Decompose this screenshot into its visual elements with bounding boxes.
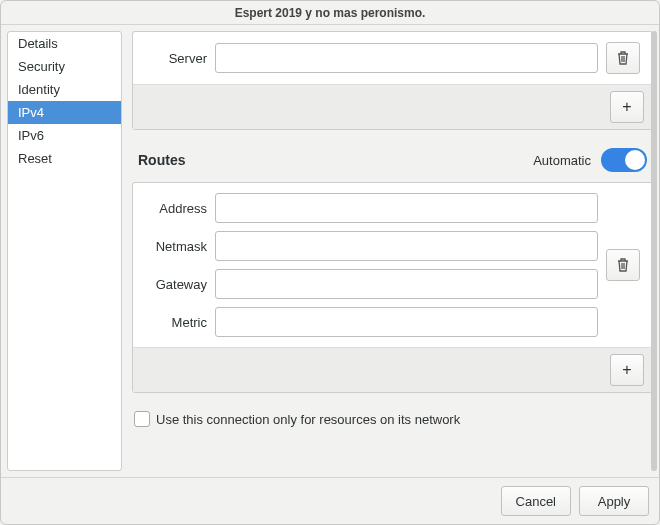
- sidebar-item-reset[interactable]: Reset: [8, 147, 121, 170]
- sidebar-item-details[interactable]: Details: [8, 32, 121, 55]
- dns-server-row: Server: [133, 32, 652, 84]
- plus-icon: +: [622, 99, 631, 115]
- routes-automatic-label: Automatic: [533, 153, 591, 168]
- routes-header: Routes Automatic: [132, 144, 653, 182]
- route-gateway-input[interactable]: [215, 269, 598, 299]
- route-gateway-label: Gateway: [145, 277, 207, 292]
- route-netmask-label: Netmask: [145, 239, 207, 254]
- window-title: Espert 2019 y no mas peronismo.: [1, 1, 659, 25]
- dns-add-button[interactable]: +: [610, 91, 644, 123]
- content-pane: Server + Routes Automat: [122, 25, 659, 477]
- dns-delete-button[interactable]: [606, 42, 640, 74]
- routes-automatic-wrap: Automatic: [533, 148, 647, 172]
- routes-title: Routes: [138, 152, 185, 168]
- content-scrollbar[interactable]: [651, 31, 657, 471]
- trash-icon: [616, 50, 630, 66]
- settings-window: Espert 2019 y no mas peronismo. Details …: [0, 0, 660, 525]
- sidebar-item-security[interactable]: Security: [8, 55, 121, 78]
- window-body: Details Security Identity IPv4 IPv6 Rese…: [1, 25, 659, 477]
- route-netmask-input[interactable]: [215, 231, 598, 261]
- routes-automatic-switch[interactable]: [601, 148, 647, 172]
- sidebar-item-ipv4[interactable]: IPv4: [8, 101, 121, 124]
- dns-add-bar: +: [133, 84, 652, 129]
- route-metric-input[interactable]: [215, 307, 598, 337]
- only-local-label: Use this connection only for resources o…: [156, 412, 460, 427]
- dns-panel: Server +: [132, 31, 653, 130]
- dns-server-label: Server: [145, 51, 207, 66]
- sidebar-item-ipv6[interactable]: IPv6: [8, 124, 121, 147]
- dialog-footer: Cancel Apply: [1, 477, 659, 524]
- cancel-button[interactable]: Cancel: [501, 486, 571, 516]
- route-address-label: Address: [145, 201, 207, 216]
- routes-add-button[interactable]: +: [610, 354, 644, 386]
- route-fields: Address Netmask Gateway Metric: [145, 193, 598, 337]
- route-metric-label: Metric: [145, 315, 207, 330]
- dns-server-input[interactable]: [215, 43, 598, 73]
- sidebar-item-identity[interactable]: Identity: [8, 78, 121, 101]
- apply-button[interactable]: Apply: [579, 486, 649, 516]
- only-local-checkbox[interactable]: [134, 411, 150, 427]
- sidebar: Details Security Identity IPv4 IPv6 Rese…: [7, 31, 122, 471]
- only-local-row[interactable]: Use this connection only for resources o…: [132, 407, 653, 435]
- routes-add-bar: +: [133, 347, 652, 392]
- plus-icon: +: [622, 362, 631, 378]
- trash-icon: [616, 257, 630, 273]
- route-delete-button[interactable]: [606, 249, 640, 281]
- route-entry: Address Netmask Gateway Metric: [133, 183, 652, 347]
- routes-panel: Address Netmask Gateway Metric: [132, 182, 653, 393]
- route-address-input[interactable]: [215, 193, 598, 223]
